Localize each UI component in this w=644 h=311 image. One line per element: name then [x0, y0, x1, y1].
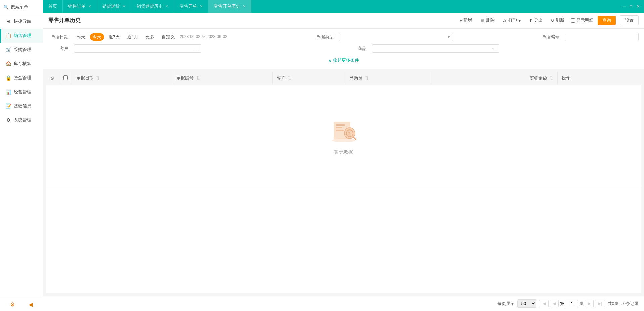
sidebar-icon-sales-mgmt: 📋	[6, 33, 11, 38]
sidebar-icon-sys-mgmt: ⚙	[6, 117, 11, 123]
page-label-post: 页	[579, 301, 584, 307]
date-btn-more[interactable]: 更多	[143, 33, 157, 41]
page-input[interactable]	[566, 300, 578, 307]
empty-illustration: ?	[327, 115, 360, 145]
sidebar-nav: ⊞ 快捷导航 📋 销售管理 🛒 采购管理 🏠 库存核算 🔒 资金管理 📊 经营管…	[0, 14, 43, 298]
display-detail-checkbox[interactable]	[571, 18, 575, 23]
sidebar-label-sales-mgmt: 销售管理	[14, 33, 31, 39]
query-button[interactable]: 查询	[598, 16, 616, 25]
tab-sales-return-history-label: 销货退货历史	[137, 3, 163, 9]
tab-sales-order-label: 销售订单	[68, 3, 86, 9]
th-action: 操作	[557, 72, 641, 85]
sidebar-item-finance[interactable]: 🔒 资金管理	[0, 71, 43, 85]
export-button[interactable]: ⬆ 导出	[527, 16, 545, 25]
date-btn-1month[interactable]: 近1月	[125, 33, 141, 41]
number-filter-input[interactable]	[565, 33, 639, 41]
sidebar-item-inventory[interactable]: 🏠 库存核算	[0, 57, 43, 71]
search-icon: 🔍	[3, 5, 9, 10]
sidebar-search-label: 搜索采单	[11, 4, 28, 10]
sidebar-icon-inventory: 🏠	[6, 61, 11, 66]
export-label: 导出	[534, 17, 543, 23]
tab-retail-order[interactable]: 零售开单 ✕	[174, 0, 208, 13]
delete-button[interactable]: 🗑 删除	[478, 16, 497, 25]
tab-sales-return-history-close[interactable]: ✕	[165, 4, 168, 9]
th-guide[interactable]: 导购员 ⇅	[345, 72, 432, 85]
date-btn-custom[interactable]: 自定义	[159, 33, 178, 41]
sidebar-item-sales-mgmt[interactable]: 📋 销售管理	[0, 29, 43, 43]
th-settings[interactable]: ⚙	[46, 72, 59, 85]
tab-home[interactable]: 首页	[43, 0, 63, 13]
settings-btn[interactable]: 设置	[620, 15, 639, 25]
window-close[interactable]: ✕	[636, 4, 640, 9]
table-body: ? 暂无数据	[46, 85, 641, 186]
table-header-row: ⚙ 单据日期 ⇅ 单据编号 ⇅ 客户	[46, 72, 641, 85]
print-icon: 🖨	[503, 18, 507, 23]
date-btn-today[interactable]: 今天	[90, 33, 104, 41]
sidebar-bottom: ⚙ ◀	[0, 298, 43, 311]
tab-sales-return-close[interactable]: ✕	[122, 4, 126, 9]
tab-sales-return[interactable]: 销货退货 ✕	[97, 0, 131, 13]
last-page-btn[interactable]: ▶|	[595, 300, 605, 307]
th-amount[interactable]: 实销金额 ⇅	[432, 72, 558, 85]
first-page-btn[interactable]: |◀	[539, 300, 549, 307]
tab-retail-order-history[interactable]: 零售开单历史 ✕	[208, 0, 251, 13]
svg-rect-3	[336, 127, 342, 128]
goods-filter-dots: ···	[492, 46, 496, 51]
add-button[interactable]: + 新增	[457, 16, 474, 25]
refresh-label: 刷新	[556, 17, 564, 23]
tab-retail-order-history-close[interactable]: ✕	[243, 4, 246, 9]
pagination-total: 共0页，0条记录	[608, 301, 639, 307]
delete-label: 删除	[486, 17, 495, 23]
window-maximize[interactable]: □	[630, 4, 632, 9]
collapse-sidebar-icon[interactable]: ◀	[29, 301, 33, 308]
sidebar-label-finance: 资金管理	[14, 75, 31, 81]
date-filter-group: 昨天 今天 近7天 近1月 更多 自定义 2023-06-02 至 2023-0…	[74, 33, 227, 41]
toolbar: 零售开单历史 + 新增 🗑 删除 🖨 打印 ▾ ⬆ 导出	[43, 13, 644, 29]
customer-filter[interactable]: ···	[74, 44, 201, 53]
th-checkbox[interactable]	[59, 72, 72, 85]
svg-line-7	[353, 137, 356, 139]
select-all-checkbox[interactable]	[63, 75, 68, 80]
display-detail-label[interactable]: 显示明细	[571, 17, 594, 23]
sidebar-item-purchase-mgmt[interactable]: 🛒 采购管理	[0, 43, 43, 57]
tab-sales-order[interactable]: 销售订单 ✕	[63, 0, 97, 13]
goods-filter[interactable]: ···	[372, 44, 499, 53]
table-container: ⚙ 单据日期 ⇅ 单据编号 ⇅ 客户	[46, 72, 641, 293]
export-icon: ⬆	[529, 18, 533, 23]
print-label: 打印	[508, 17, 517, 23]
svg-rect-4	[336, 130, 344, 131]
collapse-button[interactable]: ∧ 收起更多条件	[328, 56, 359, 65]
sidebar-item-quick-nav[interactable]: ⊞ 快捷导航	[0, 14, 43, 29]
sidebar-item-operations[interactable]: 📊 经营管理	[0, 85, 43, 99]
print-button[interactable]: 🖨 打印 ▾	[501, 16, 523, 25]
sort-date-icon: ⇅	[96, 75, 100, 81]
sort-customer-icon: ⇅	[288, 75, 291, 81]
prev-page-btn[interactable]: ◀	[550, 300, 559, 307]
sidebar-icon-operations: 📊	[6, 89, 11, 95]
settings-icon[interactable]: ⚙	[10, 301, 15, 308]
refresh-button[interactable]: ↻ 刷新	[549, 16, 566, 25]
sidebar-item-basic-info[interactable]: 📝 基础信息	[0, 99, 43, 113]
toolbar-actions: + 新增 🗑 删除 🖨 打印 ▾ ⬆ 导出 ↻ 刷新	[457, 15, 639, 25]
date-btn-7days[interactable]: 近7天	[106, 33, 122, 41]
th-number[interactable]: 单据编号 ⇅	[172, 72, 273, 85]
page-area: 零售开单历史 + 新增 🗑 删除 🖨 打印 ▾ ⬆ 导出	[43, 13, 644, 311]
add-label: 新增	[463, 17, 472, 23]
type-filter-select[interactable]: ▾	[339, 33, 453, 41]
tab-retail-order-close[interactable]: ✕	[200, 4, 203, 9]
sidebar-search[interactable]: 🔍 搜索采单	[0, 0, 43, 14]
window-minimize[interactable]: ─	[623, 4, 626, 9]
next-page-btn[interactable]: ▶	[585, 300, 594, 307]
sidebar-item-sys-mgmt[interactable]: ⚙ 系统管理	[0, 113, 43, 127]
tab-sales-return-history[interactable]: 销货退货历史 ✕	[131, 0, 174, 13]
pagination: 每页显示 50 10 20 100 |◀ ◀ 第 页 ▶ ▶| 共0页，0条记录	[43, 296, 644, 311]
th-customer[interactable]: 客户 ⇅	[272, 72, 345, 85]
customer-filter-label: 客户	[48, 46, 68, 52]
date-btn-yesterday[interactable]: 昨天	[74, 33, 88, 41]
filter-area: 单据日期 昨天 今天 近7天 近1月 更多 自定义 2023-06-02 至 2…	[43, 29, 644, 69]
sidebar-label-quick-nav: 快捷导航	[14, 18, 31, 24]
th-date[interactable]: 单据日期 ⇅	[72, 72, 172, 85]
per-page-select[interactable]: 50 10 20 100	[517, 299, 536, 308]
number-filter-label: 单据编号	[539, 34, 559, 40]
tab-sales-order-close[interactable]: ✕	[88, 4, 91, 9]
